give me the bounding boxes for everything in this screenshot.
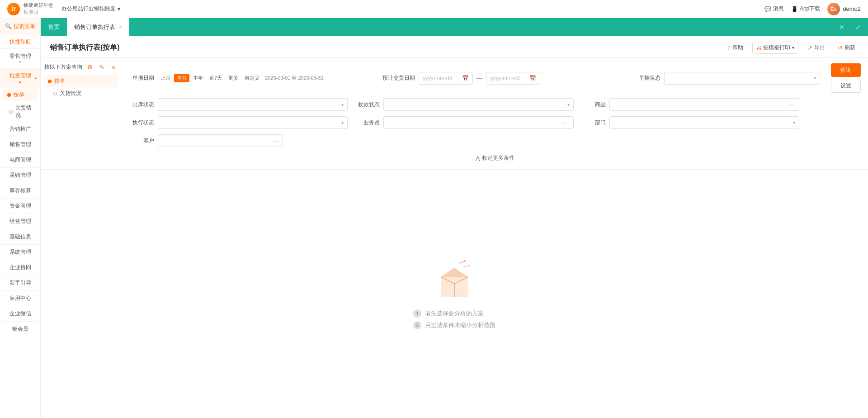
collapse-more-btn[interactable]: ⋀ 收起更多条件 — [129, 152, 861, 164]
sidebar-item-inventory[interactable]: 库存核算 — [0, 183, 40, 199]
active-dot — [7, 93, 11, 97]
sidebar-item-label: 营销推广 — [9, 125, 31, 133]
date-tab-custom[interactable]: 自定义 — [242, 74, 262, 82]
sidebar-item-finance[interactable]: 资金管理 — [0, 199, 40, 214]
window-close-btn[interactable]: ✕ — [835, 21, 848, 33]
print-btn[interactable]: 🖨 按模板打印 ▾ — [752, 42, 798, 54]
sidebar-item-appcenter[interactable]: 应用中心 — [0, 291, 40, 306]
sidebar-sub-item-quotation[interactable]: 按单 — [3, 89, 38, 101]
date-tabs: 上月 本月 本年 近7天 更多 自定义 — [158, 74, 262, 82]
refresh-btn[interactable]: ↺ 刷新 — [834, 42, 859, 53]
date-placeholder: yyyy-mm-dd — [423, 75, 452, 81]
scheme-item-overdue[interactable]: 欠货情况 — [44, 87, 118, 100]
date-controls: 上月 本月 本年 近7天 更多 自定义 2023-03-01 至 2023-03… — [158, 74, 375, 82]
empty-illustration — [432, 259, 477, 304]
query-btn[interactable]: 查询 — [831, 63, 861, 77]
search-icon: 🔍 — [5, 23, 12, 29]
sidebar-item-system[interactable]: 系统管理 — [0, 245, 40, 260]
export-icon: ↗ — [807, 44, 812, 51]
step-2-text: 用过滤条件来缩小分析范围 — [425, 321, 495, 329]
content-area: 销售订单执行表(按单) ? 帮助 🖨 按模板打印 ▾ ↗ 导出 — [41, 36, 868, 418]
empty-step-2: 2 用过滤条件来缩小分析范围 — [413, 321, 495, 329]
date-tab-last7[interactable]: 近7天 — [207, 74, 225, 82]
date-tab-more[interactable]: 更多 — [226, 74, 241, 82]
edit-icon: ✎ — [99, 63, 104, 71]
sidebar-item-member[interactable]: 畅会员 — [0, 322, 40, 337]
sidebar-item-label: 应用中心 — [9, 294, 31, 302]
sidebar-search[interactable]: 🔍 搜索菜单 — [0, 18, 40, 35]
sidebar-item-purchase[interactable]: 采购管理 — [0, 168, 40, 183]
app-download-action[interactable]: 📱 App下载 — [791, 5, 820, 13]
sidebar-item-enterprise[interactable]: 企业协同 — [0, 260, 40, 276]
date-tab-thismonth[interactable]: 本月 — [174, 74, 189, 82]
sidebar-item-sales[interactable]: 销售管理 — [0, 137, 40, 152]
tab-salesorder[interactable]: 销售订单执行表 × — [67, 18, 129, 36]
date-to-placeholder: yyyy-mm-dd — [490, 75, 519, 81]
sidebar-item-wholesale[interactable]: 批发管理 ▲ — [0, 68, 40, 88]
dept-select[interactable]: ▾ — [609, 116, 799, 129]
execute-chevron-icon: ▾ — [341, 120, 344, 125]
receive-select[interactable]: ▾ — [383, 98, 573, 111]
sidebar-item-corpwechat[interactable]: 企业微信 — [0, 306, 40, 322]
date-tab-thisyear[interactable]: 本年 — [190, 74, 206, 82]
goods-input[interactable]: ··· — [609, 98, 799, 111]
header-left: 好 畅捷通好生意 标准版 办公用品行业模拟账套 ▾ — [7, 2, 124, 15]
sidebar-item-label: 新手引导 — [9, 279, 31, 287]
field-receive: 收款状态 ▾ — [355, 98, 573, 111]
tab-bar: 首页 销售订单执行表 × ✕ ⤢ — [41, 18, 868, 36]
tab-close-icon[interactable]: × — [119, 24, 122, 30]
sidebar-item-label: 系统管理 — [9, 248, 31, 256]
staff-input[interactable]: ··· — [383, 116, 573, 129]
svg-marker-8 — [468, 264, 470, 267]
goods-label: 商品 — [581, 101, 606, 109]
industry-selector[interactable]: 办公用品行业模拟账套 ▾ — [58, 4, 124, 14]
staff-label: 业务员 — [355, 119, 380, 127]
sidebar-item-label: 批发管理 — [9, 72, 31, 80]
sidebar-item-operations[interactable]: 经营管理 — [0, 214, 40, 229]
sidebar-item-retail[interactable]: 零售管理 ▼ — [0, 49, 40, 68]
sidebar-item-basic[interactable]: 基础信息 — [0, 229, 40, 245]
sidebar-sub-item-overdue[interactable]: 欠货情况 — [0, 102, 40, 122]
sidebar-item-label: 销售管理 — [9, 141, 31, 148]
outstock-select[interactable]: ▾ — [158, 98, 348, 111]
field-doc-status: 单据状态 ▾ — [636, 72, 820, 85]
collapse-sidebar-btn[interactable]: « — [109, 62, 118, 71]
window-maximize-btn[interactable]: ⤢ — [852, 21, 864, 33]
sidebar-item-ecommerce[interactable]: 电商管理 — [0, 152, 40, 168]
page-title: 销售订单执行表(按单) — [50, 43, 120, 52]
add-scheme-btn[interactable]: ⊕ — [85, 62, 94, 71]
user-avatar-area[interactable]: Ea demo2 — [827, 3, 861, 15]
doc-status-select[interactable]: ▾ — [664, 72, 820, 85]
customer-input[interactable]: ··· — [158, 134, 283, 147]
tab-home[interactable]: 首页 — [41, 18, 67, 36]
date-tab-lastmonth[interactable]: 上月 — [158, 74, 173, 82]
calendar-icon: 📅 — [462, 75, 469, 81]
empty-steps: 1 请先选择要分析的方案 2 用过滤条件来缩小分析范围 — [413, 309, 495, 329]
brand-label: 标准版 — [24, 9, 53, 15]
expected-date-to[interactable]: yyyy-mm-dd 📅 — [486, 72, 540, 85]
industry-label: 办公用品行业模拟账套 — [61, 5, 116, 13]
sidebar-item-newbie[interactable]: 新手引导 — [0, 276, 40, 291]
sidebar-item-marketing[interactable]: 营销推广 — [0, 122, 40, 137]
scheme-item-quotation[interactable]: 按单 — [44, 75, 118, 87]
message-action[interactable]: 💬 消息 — [764, 5, 784, 13]
empty-state: 1 请先选择要分析的方案 2 用过滤条件来缩小分析范围 — [41, 170, 868, 418]
edit-scheme-btn[interactable]: ✎ — [97, 62, 106, 71]
collapse-arrow-icon: ⋀ — [476, 155, 480, 162]
help-btn[interactable]: ? 帮助 — [724, 42, 747, 53]
status-chevron-icon: ▾ — [814, 76, 816, 81]
expected-date-from[interactable]: yyyy-mm-dd 📅 — [419, 72, 473, 85]
outstock-label: 出库状态 — [129, 101, 154, 109]
top-header: 好 畅捷通好生意 标准版 办公用品行业模拟账套 ▾ 💬 消息 📱 App下载 E… — [0, 0, 868, 18]
step-num-2: 2 — [413, 321, 421, 329]
execute-select[interactable]: ▾ — [158, 116, 348, 129]
sidebar-nav-quick[interactable]: 快捷导航 — [0, 35, 40, 49]
refresh-icon: ↺ — [838, 44, 843, 51]
field-dept: 部门 ▾ — [581, 116, 799, 129]
customer-label: 客户 — [129, 137, 154, 145]
export-btn[interactable]: ↗ 导出 — [804, 42, 829, 53]
settings-btn[interactable]: 设置 — [831, 79, 861, 93]
doc-date-label: 单据日期 — [129, 74, 154, 82]
dept-chevron-icon: ▾ — [793, 120, 795, 125]
query-actions: 查询 设置 — [831, 63, 861, 93]
